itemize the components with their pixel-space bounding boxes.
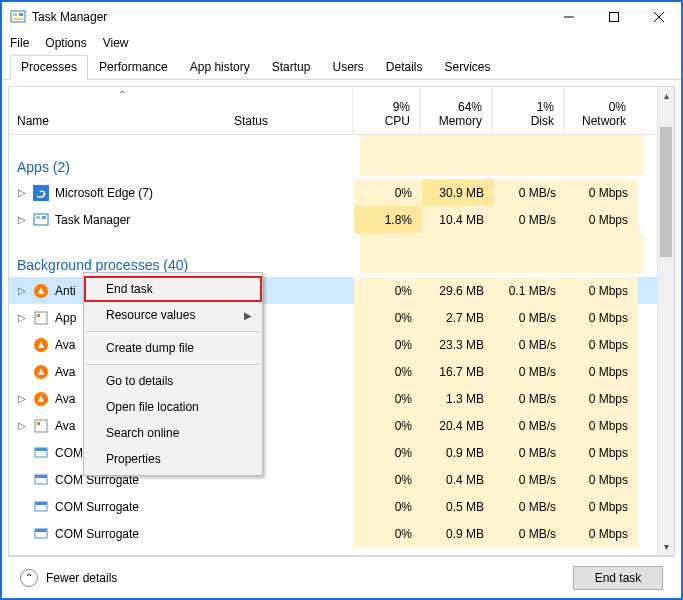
scroll-down-button[interactable]: ▾ bbox=[658, 538, 674, 555]
metric-cell: 0% bbox=[354, 466, 422, 493]
svg-rect-27 bbox=[35, 529, 47, 532]
tab-performance[interactable]: Performance bbox=[88, 55, 179, 80]
metric-cell: 0 MB/s bbox=[494, 385, 566, 412]
menubar: File Options View bbox=[2, 32, 681, 54]
context-item[interactable]: Properties bbox=[84, 446, 262, 472]
minimize-button[interactable] bbox=[546, 2, 591, 32]
metric-cell: 20.4 MB bbox=[422, 412, 494, 439]
metric-cell: 0 MB/s bbox=[494, 520, 566, 547]
close-button[interactable] bbox=[636, 2, 681, 32]
metric-cell: 0 MB/s bbox=[494, 304, 566, 331]
metric-cell: 0 Mbps bbox=[566, 520, 638, 547]
submenu-arrow-icon: ▶ bbox=[244, 310, 252, 321]
tab-processes[interactable]: Processes bbox=[10, 55, 88, 80]
titlebar[interactable]: Task Manager bbox=[2, 2, 681, 32]
process-name: COM Surrogate bbox=[53, 527, 236, 541]
metric-cell: 0.9 MB bbox=[422, 520, 494, 547]
header-cpu-label: CPU bbox=[385, 114, 410, 128]
header-memory-label: Memory bbox=[439, 114, 482, 128]
svg-rect-14 bbox=[37, 314, 40, 317]
metric-cell: 1.8% bbox=[354, 206, 422, 233]
context-menu: End taskResource values▶Create dump file… bbox=[83, 272, 263, 476]
metric-cell: 0 MB/s bbox=[494, 412, 566, 439]
maximize-button[interactable] bbox=[591, 2, 636, 32]
section-header: Background processes (40) bbox=[9, 233, 657, 277]
metric-cell: 0% bbox=[354, 358, 422, 385]
metric-cell: 0 MB/s bbox=[494, 358, 566, 385]
metric-cell: 0.4 MB bbox=[422, 466, 494, 493]
process-row[interactable]: ▷Microsoft Edge (7)0%30.9 MB0 MB/s0 Mbps bbox=[9, 179, 657, 206]
svg-rect-19 bbox=[37, 422, 40, 425]
process-icon bbox=[33, 472, 49, 488]
svg-rect-11 bbox=[42, 216, 46, 219]
process-row[interactable]: COM Surrogate0%0.9 MB0 MB/s0 Mbps bbox=[9, 520, 657, 547]
metric-cell: 0 Mbps bbox=[566, 385, 638, 412]
header-disk[interactable]: 1% Disk bbox=[492, 87, 564, 134]
metric-cell: 0 MB/s bbox=[494, 439, 566, 466]
metric-cell: 29.6 MB bbox=[422, 277, 494, 304]
tab-app-history[interactable]: App history bbox=[179, 55, 261, 80]
process-name: Microsoft Edge (7) bbox=[53, 186, 236, 200]
chevron-up-icon: ⌃ bbox=[20, 569, 38, 587]
expand-icon[interactable]: ▷ bbox=[15, 420, 29, 431]
context-item[interactable]: Go to details bbox=[84, 368, 262, 394]
vertical-scrollbar[interactable]: ▴ ▾ bbox=[657, 87, 674, 555]
scroll-thumb[interactable] bbox=[660, 127, 672, 257]
metric-cell: 0.9 MB bbox=[422, 439, 494, 466]
menu-options[interactable]: Options bbox=[45, 36, 86, 50]
header-memory[interactable]: 64% Memory bbox=[420, 87, 492, 134]
process-icon bbox=[33, 391, 49, 407]
expand-icon[interactable]: ▷ bbox=[15, 312, 29, 323]
header-name[interactable]: ⌃ Name bbox=[9, 87, 234, 134]
metric-cell: 0 Mbps bbox=[566, 331, 638, 358]
process-row[interactable]: COM Surrogate0%0.5 MB0 MB/s0 Mbps bbox=[9, 493, 657, 520]
context-item[interactable]: Open file location bbox=[84, 394, 262, 420]
svg-rect-25 bbox=[35, 502, 47, 505]
metric-cell: 16.7 MB bbox=[422, 358, 494, 385]
menu-file[interactable]: File bbox=[10, 36, 29, 50]
header-memory-pct: 64% bbox=[458, 100, 482, 114]
context-item[interactable]: Search online bbox=[84, 420, 262, 446]
metric-cell: 1.3 MB bbox=[422, 385, 494, 412]
process-icon bbox=[33, 499, 49, 515]
fewer-details-label: Fewer details bbox=[46, 571, 117, 585]
process-icon bbox=[33, 185, 49, 201]
expand-icon[interactable]: ▷ bbox=[15, 393, 29, 404]
metric-cell: 0% bbox=[354, 277, 422, 304]
header-network-label: Network bbox=[582, 114, 626, 128]
tab-users[interactable]: Users bbox=[321, 55, 374, 80]
svg-rect-13 bbox=[35, 312, 47, 324]
metric-cell: 0% bbox=[354, 331, 422, 358]
end-task-button[interactable]: End task bbox=[573, 566, 663, 590]
process-name: Task Manager bbox=[53, 213, 236, 227]
metric-cell: 0 MB/s bbox=[494, 466, 566, 493]
scroll-up-button[interactable]: ▴ bbox=[658, 87, 674, 104]
process-row[interactable]: ▷Task Manager1.8%10.4 MB0 MB/s0 Mbps bbox=[9, 206, 657, 233]
fewer-details-toggle[interactable]: ⌃ Fewer details bbox=[20, 569, 117, 587]
context-item[interactable]: Resource values▶ bbox=[84, 302, 262, 328]
process-icon bbox=[33, 364, 49, 380]
process-icon bbox=[33, 418, 49, 434]
metric-cell: 0 Mbps bbox=[566, 412, 638, 439]
metric-cell: 0 Mbps bbox=[566, 466, 638, 493]
expand-icon[interactable]: ▷ bbox=[15, 285, 29, 296]
sort-caret-icon: ⌃ bbox=[118, 89, 126, 100]
header-name-label: Name bbox=[17, 114, 49, 128]
metric-cell: 0 Mbps bbox=[566, 277, 638, 304]
tab-details[interactable]: Details bbox=[375, 55, 434, 80]
header-cpu[interactable]: 9% CPU bbox=[352, 87, 420, 134]
svg-rect-3 bbox=[13, 18, 23, 20]
metric-cell: 0 Mbps bbox=[566, 179, 638, 206]
expand-icon[interactable]: ▷ bbox=[15, 214, 29, 225]
context-item[interactable]: Create dump file bbox=[84, 335, 262, 361]
context-item[interactable]: End task bbox=[84, 276, 262, 302]
tab-services[interactable]: Services bbox=[434, 55, 502, 80]
metric-cell: 0% bbox=[354, 493, 422, 520]
metric-cell: 23.3 MB bbox=[422, 331, 494, 358]
menu-view[interactable]: View bbox=[103, 36, 129, 50]
header-status[interactable]: Status bbox=[234, 87, 352, 134]
window-controls bbox=[546, 2, 681, 32]
header-network[interactable]: 0% Network bbox=[564, 87, 636, 134]
tab-startup[interactable]: Startup bbox=[261, 55, 322, 80]
expand-icon[interactable]: ▷ bbox=[15, 187, 29, 198]
